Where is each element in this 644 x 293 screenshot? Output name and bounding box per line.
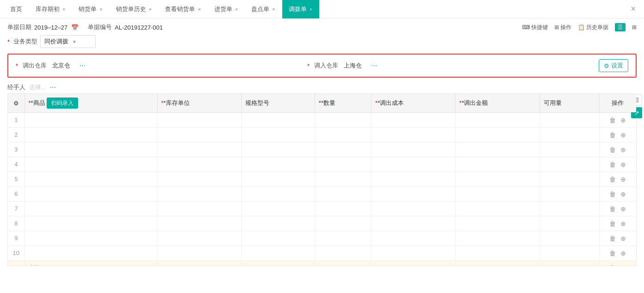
goods-cell-1[interactable] [24, 113, 157, 128]
delete-icon-4[interactable]: 🗑 [608, 161, 617, 168]
copy-icon-5[interactable]: ⊕ [619, 176, 627, 183]
table-settings-icon[interactable]: ⚙ [13, 100, 19, 107]
copy-icon-3[interactable]: ⊕ [619, 146, 627, 153]
delete-icon-3[interactable]: 🗑 [608, 146, 617, 153]
delete-icon-6[interactable]: 🗑 [608, 190, 617, 198]
calendar-icon[interactable]: 📅 [71, 24, 79, 31]
cost-cell-1[interactable] [371, 113, 456, 128]
qty-cell-9[interactable] [315, 231, 371, 246]
qty-cell-7[interactable] [315, 201, 371, 216]
delete-icon-8[interactable]: 🗑 [608, 220, 617, 227]
available-cell-3[interactable] [540, 142, 599, 157]
goods-cell-5[interactable] [24, 172, 157, 187]
spec-cell-3[interactable] [241, 142, 315, 157]
cost-cell-5[interactable] [371, 172, 456, 187]
amount-cell-10[interactable] [456, 246, 540, 261]
available-cell-4[interactable] [540, 157, 599, 172]
tab-inventory-check[interactable]: 盘点单 × [245, 0, 282, 18]
copy-icon-8[interactable]: ⊕ [619, 220, 627, 227]
available-cell-6[interactable] [540, 187, 599, 201]
goods-cell-6[interactable] [24, 187, 157, 201]
cost-cell-2[interactable] [371, 128, 456, 142]
qty-cell-8[interactable] [315, 216, 371, 231]
cost-cell-9[interactable] [371, 231, 456, 246]
amount-cell-1[interactable] [456, 113, 540, 128]
goods-cell-9[interactable] [24, 231, 157, 246]
amount-cell-7[interactable] [456, 201, 540, 216]
cost-cell-8[interactable] [371, 216, 456, 231]
handler-value[interactable]: 选择... [29, 83, 46, 92]
unit-cell-6[interactable] [157, 187, 241, 201]
copy-icon-2[interactable]: ⊕ [619, 131, 627, 139]
delete-icon-7[interactable]: 🗑 [608, 205, 617, 213]
unit-cell-1[interactable] [157, 113, 241, 128]
tab-close-inventory-init[interactable]: × [62, 6, 65, 12]
spec-cell-1[interactable] [241, 113, 315, 128]
amount-cell-6[interactable] [456, 187, 540, 201]
amount-cell-4[interactable] [456, 157, 540, 172]
qty-cell-6[interactable] [315, 187, 371, 201]
out-warehouse-more-btn[interactable]: ··· [79, 62, 85, 69]
tab-sales-history[interactable]: 销货单历史 × [109, 0, 158, 18]
business-type-select[interactable]: 同价调拨 ▼ [40, 35, 96, 48]
shortcut-btn[interactable]: ⌨ 快捷键 [522, 24, 548, 31]
available-cell-8[interactable] [540, 216, 599, 231]
tab-sales-order[interactable]: 销货单 × [72, 0, 109, 18]
goods-cell-4[interactable] [24, 157, 157, 172]
amount-cell-3[interactable] [456, 142, 540, 157]
available-cell-2[interactable] [540, 128, 599, 142]
unit-cell-7[interactable] [157, 201, 241, 216]
amount-cell-2[interactable] [456, 128, 540, 142]
spec-cell-10[interactable] [241, 246, 315, 261]
qty-cell-2[interactable] [315, 128, 371, 142]
amount-cell-5[interactable] [456, 172, 540, 187]
history-btn[interactable]: 📋 历史单据 [578, 24, 608, 31]
copy-icon-7[interactable]: ⊕ [619, 205, 627, 213]
delete-icon-11[interactable]: 🗑 [608, 264, 617, 267]
in-warehouse-more-btn[interactable]: ··· [371, 62, 377, 69]
spec-cell-7[interactable] [241, 201, 315, 216]
delete-icon-5[interactable]: 🗑 [608, 176, 617, 183]
copy-icon-10[interactable]: ⊕ [619, 250, 627, 257]
unit-cell-2[interactable] [157, 128, 241, 142]
layout1-btn[interactable]: ☰ [615, 23, 626, 31]
available-cell-9[interactable] [540, 231, 599, 246]
goods-cell-7[interactable] [24, 201, 157, 216]
copy-icon-9[interactable]: ⊕ [619, 235, 627, 242]
spec-cell-5[interactable] [241, 172, 315, 187]
warehouse-settings-btn[interactable]: ⚙ 设置 [599, 59, 628, 72]
goods-cell-3[interactable] [24, 142, 157, 157]
handler-more-btn[interactable]: ··· [50, 84, 56, 91]
available-cell-10[interactable] [540, 246, 599, 261]
tab-transfer[interactable]: 调拨单 × [282, 0, 319, 18]
col-settings[interactable]: ⚙ [8, 94, 24, 113]
operations-btn[interactable]: ⊞ 操作 [554, 24, 571, 31]
tab-purchase-order[interactable]: 进货单 × [208, 0, 245, 18]
cost-cell-10[interactable] [371, 246, 456, 261]
spec-cell-8[interactable] [241, 216, 315, 231]
available-cell-1[interactable] [540, 113, 599, 128]
tab-close-sales-history[interactable]: × [149, 6, 152, 12]
tab-close-purchase-order[interactable]: × [235, 6, 238, 12]
tab-inventory-init[interactable]: 库存期初 × [29, 0, 72, 18]
amount-cell-9[interactable] [456, 231, 540, 246]
scan-input-btn[interactable]: 扫码录入 [47, 98, 78, 109]
available-cell-5[interactable] [540, 172, 599, 187]
goods-cell-10[interactable] [24, 246, 157, 261]
delete-icon-10[interactable]: 🗑 [608, 250, 617, 257]
available-cell-7[interactable] [540, 201, 599, 216]
cost-cell-7[interactable] [371, 201, 456, 216]
delete-icon-1[interactable]: 🗑 [608, 116, 617, 124]
unit-cell-8[interactable] [157, 216, 241, 231]
qty-cell-10[interactable] [315, 246, 371, 261]
delete-icon-9[interactable]: 🗑 [608, 235, 617, 242]
cost-cell-3[interactable] [371, 142, 456, 157]
tab-home[interactable]: 首页 [4, 0, 29, 18]
spec-cell-2[interactable] [241, 128, 315, 142]
tab-view-sales[interactable]: 查看销货单 × [158, 0, 207, 18]
copy-icon-4[interactable]: ⊕ [619, 161, 627, 168]
unit-cell-9[interactable] [157, 231, 241, 246]
window-close-button[interactable]: × [626, 4, 640, 14]
qty-cell-1[interactable] [315, 113, 371, 128]
spec-cell-4[interactable] [241, 157, 315, 172]
